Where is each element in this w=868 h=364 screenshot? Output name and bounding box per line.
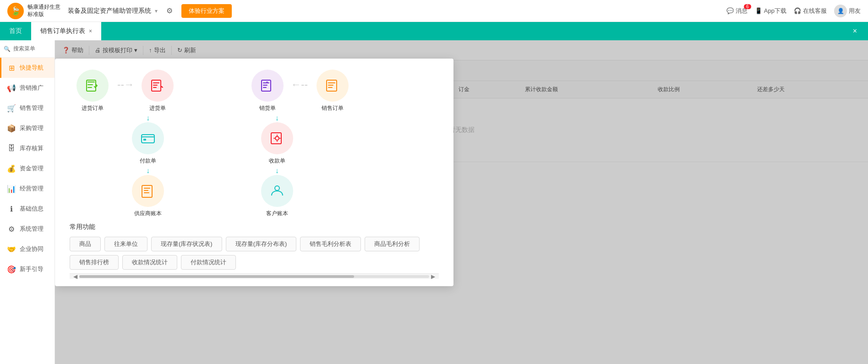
arrow-payment-down: ↓	[115, 167, 180, 175]
system-icon: ⚙	[7, 224, 16, 234]
basic-info-icon: ℹ	[7, 204, 16, 213]
inventory-icon: 🗄	[7, 144, 16, 153]
scroll-thumb[interactable]	[79, 275, 354, 278]
sidebar-item-finance[interactable]: 💰 资金管理	[0, 158, 55, 179]
sidebar-item-system[interactable]: ⚙ 系统管理	[0, 219, 55, 239]
flow-modal: 进货订单 - - → 进货单	[55, 59, 453, 286]
receipt-label: 收款单	[269, 157, 285, 165]
close-window-button[interactable]: ×	[849, 27, 861, 35]
flow-node-sales-receipt[interactable]: 销货单	[245, 70, 290, 112]
flow-node-supplier-account[interactable]: 供应商账本	[125, 175, 171, 217]
avatar-icon: 👤	[834, 5, 847, 17]
flow-right-group: 销货单 - - → 销售订单	[245, 70, 355, 217]
service-icon: 🎧	[794, 7, 801, 14]
svg-rect-4	[143, 139, 146, 141]
top-header: 🍃 畅康通好生意 标准版 装备及固定资产辅助管理系统 ▾ ⚙ 体验行业方案 💬 …	[0, 0, 868, 22]
arrow-sales-receipt-down: ↓	[245, 114, 310, 122]
arrow-receipt-down: ↓	[245, 167, 310, 175]
sidebar-item-operations[interactable]: 📊 经营管理	[0, 179, 55, 199]
search-menu-button[interactable]: 🔍 搜索菜单	[0, 40, 55, 58]
flow-receipt-col: 收款单	[245, 122, 310, 165]
quick-nav-icon: ⊞	[7, 63, 16, 72]
tab-home[interactable]: 首页	[0, 22, 31, 40]
sidebar: 🔍 搜索菜单 ⊞ 快捷导航 📢 营销推广 🛒 销售管理 📦 采购管理 🗄 库存核…	[0, 40, 55, 364]
customer-account-icon	[261, 175, 293, 207]
purchase-order-label: 进货订单	[82, 104, 104, 112]
service-button[interactable]: 🎧 在线客服	[794, 7, 827, 15]
flow-node-sales-order[interactable]: 销售订单	[310, 70, 355, 112]
sidebar-item-guide[interactable]: 🎯 新手引导	[0, 259, 55, 279]
modal-scrollbar: ◀ ▶	[70, 273, 439, 279]
common-functions-title: 常用功能	[70, 223, 439, 231]
receipt-icon	[261, 122, 293, 154]
nav-tabs: 首页 销售订单执行表 × ×	[0, 22, 868, 40]
flow-node-purchase-receipt[interactable]: 进货单	[135, 70, 180, 112]
supplier-account-icon	[132, 175, 164, 207]
app-download-button[interactable]: 📱 App下载	[755, 7, 786, 15]
trial-button[interactable]: 体验行业方案	[181, 4, 232, 18]
sales-icon: 🛒	[7, 103, 16, 113]
logo-area: 🍃 畅康通好生意 标准版	[7, 3, 62, 19]
func-btn-stock-status[interactable]: 现存量(库存状况表)	[151, 237, 222, 251]
sidebar-item-collab[interactable]: 🤝 企业协同	[0, 239, 55, 259]
system-dropdown-icon[interactable]: ▾	[155, 8, 158, 14]
user-avatar[interactable]: 👤 用友	[834, 5, 861, 17]
sidebar-item-inventory[interactable]: 🗄 库存核算	[0, 138, 55, 158]
svg-rect-5	[142, 185, 152, 197]
func-btn-collection-stats[interactable]: 收款情况统计	[122, 255, 177, 270]
flow-left-group: 进货订单 - - → 进货单	[70, 70, 180, 217]
gear-button[interactable]: ⚙	[163, 5, 176, 17]
func-btn-sales-margin[interactable]: 销售毛利分析表	[300, 237, 361, 251]
func-btn-stock-dist[interactable]: 现存量(库存分布表)	[226, 237, 297, 251]
sales-order-label: 销售订单	[322, 104, 344, 112]
func-btn-payment-stats[interactable]: 付款情况统计	[181, 255, 236, 270]
flow-node-payment[interactable]: 付款单	[125, 122, 171, 165]
func-btn-product-margin[interactable]: 商品毛利分析	[365, 237, 420, 251]
scroll-track[interactable]	[79, 275, 429, 278]
purchase-icon: 📦	[7, 124, 16, 133]
operations-icon: 📊	[7, 184, 16, 193]
flow-supplier-col: 供应商账本	[115, 175, 180, 217]
sidebar-item-marketing[interactable]: 📢 营销推广	[0, 78, 55, 98]
arrow-purchase-to-receipt: - - →	[115, 79, 135, 91]
flow-node-receipt[interactable]: 收款单	[254, 122, 300, 165]
message-button[interactable]: 💬 消息 6	[726, 7, 748, 15]
svg-rect-3	[142, 135, 154, 143]
search-icon: 🔍	[4, 46, 11, 52]
arrow-purchase-receipt-down: ↓	[115, 114, 180, 122]
func-btn-counterparts[interactable]: 往来单位	[104, 237, 147, 251]
flow-node-customer-account[interactable]: 客户账本	[254, 175, 300, 217]
message-badge: 6	[744, 4, 751, 9]
supplier-account-label: 供应商账本	[134, 210, 162, 217]
marketing-icon: 📢	[7, 83, 16, 92]
func-btn-product[interactable]: 商品	[70, 237, 101, 251]
scroll-left-arrow[interactable]: ◀	[71, 273, 79, 280]
payment-icon	[132, 122, 164, 154]
sidebar-item-quick-nav[interactable]: ⊞ 快捷导航	[0, 58, 55, 78]
common-functions-section: 常用功能 商品 往来单位 现存量(库存状况表) 现存量(库存分布表) 销售毛利分…	[70, 223, 439, 270]
sidebar-item-basic-info[interactable]: ℹ 基础信息	[0, 199, 55, 219]
flow-row-1: 进货订单 - - → 进货单	[70, 70, 439, 217]
flow-node-purchase-order[interactable]: 进货订单	[70, 70, 115, 112]
system-title: 装备及固定资产辅助管理系统 ▾	[68, 7, 158, 15]
sidebar-item-purchase[interactable]: 📦 采购管理	[0, 118, 55, 138]
flow-purchase-row: 进货订单 - - → 进货单	[70, 70, 180, 112]
tab-sales-order[interactable]: 销售订单执行表 ×	[31, 22, 101, 40]
content-area: ❓ 帮助 🖨 按模板打印 ▾ ↑ 导出 ↻ 刷新 yyyy-mm-d	[55, 40, 868, 364]
sales-receipt-label: 销货单	[259, 104, 276, 112]
sidebar-item-sales[interactable]: 🛒 销售管理	[0, 98, 55, 118]
main-layout: 🔍 搜索菜单 ⊞ 快捷导航 📢 营销推广 🛒 销售管理 📦 采购管理 🗄 库存核…	[0, 40, 868, 364]
customer-account-label: 客户账本	[266, 210, 288, 217]
tab-close-icon[interactable]: ×	[89, 28, 92, 34]
flow-payment-col: 付款单	[115, 122, 180, 165]
finance-icon: 💰	[7, 164, 16, 173]
header-right: 💬 消息 6 📱 App下载 🎧 在线客服 👤 用友	[726, 5, 861, 17]
sales-order-icon	[317, 70, 349, 102]
guide-icon: 🎯	[7, 265, 16, 274]
flow-sales-row: 销货单 - - → 销售订单	[245, 70, 355, 112]
common-functions-row-2: 销售排行榜 收款情况统计 付款情况统计	[70, 255, 439, 270]
message-icon: 💬	[726, 7, 734, 14]
scroll-right-arrow[interactable]: ▶	[429, 273, 437, 280]
func-btn-sales-rank[interactable]: 销售排行榜	[70, 255, 119, 270]
logo-icon: 🍃	[7, 3, 24, 19]
